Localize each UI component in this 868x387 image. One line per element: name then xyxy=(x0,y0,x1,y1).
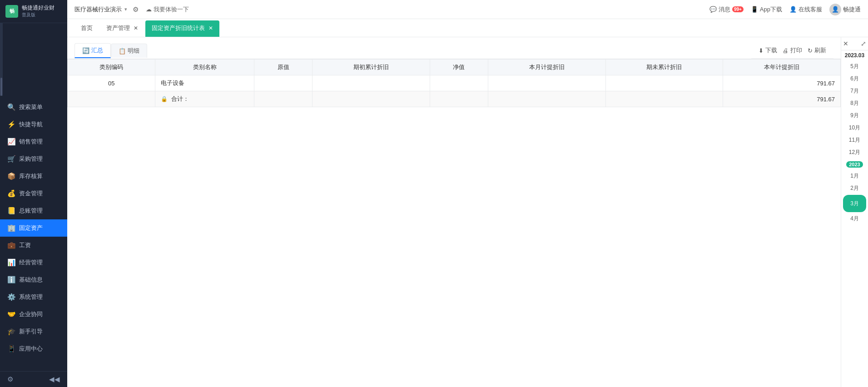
row-name: 电子设备 xyxy=(155,75,254,91)
sidebar-item-label: 系统管理 xyxy=(19,293,43,301)
row-monthly-dep xyxy=(488,75,605,91)
sidebar-item-guide[interactable]: 🎓 新手引导 xyxy=(0,323,67,340)
tab-depreciation[interactable]: 固定资产折旧统计表 ✕ xyxy=(145,20,219,37)
sidebar-item-quicknav[interactable]: ⚡ 快捷导航 xyxy=(0,116,67,133)
sidebar-item-funds[interactable]: 💰 资金管理 xyxy=(0,185,67,202)
col-net-value: 净值 xyxy=(430,60,488,75)
app-icon: 📱 xyxy=(751,6,758,13)
online-service-btn[interactable]: 👤 在线客服 xyxy=(789,5,822,14)
sidebar-item-label: 搜索菜单 xyxy=(19,103,43,111)
sidebar-item-payroll[interactable]: 💼 工资 xyxy=(0,237,67,254)
sidebar-item-label: 采购管理 xyxy=(19,155,43,163)
sidebar-item-label: 销售管理 xyxy=(19,138,43,146)
summary-row: 🔒 合计： 791.67 xyxy=(68,91,841,107)
settings-icon[interactable]: ⚙ xyxy=(7,375,13,383)
experience-btn[interactable]: ☁ 我要体验一下 xyxy=(146,5,189,14)
logo-name: 畅捷通好业财 xyxy=(22,5,55,12)
row-code: 05 xyxy=(68,75,155,91)
sidebar-item-system[interactable]: ⚙️ 系统管理 xyxy=(0,288,67,306)
tab-asset-mgmt[interactable]: 资产管理 ✕ xyxy=(100,20,144,37)
subtab-detail-label: 明细 xyxy=(128,47,139,55)
sum-annual-dep: 791.67 xyxy=(723,91,841,107)
tab-asset-close-icon[interactable]: ✕ xyxy=(134,25,138,31)
user-profile-btn[interactable]: 👤 畅捷通 xyxy=(829,4,861,15)
sidebar-item-ledger[interactable]: 📒 总账管理 xyxy=(0,202,67,219)
sidebar-item-label: 新手引导 xyxy=(19,327,43,336)
date-month-12[interactable]: 12月 xyxy=(841,146,868,159)
sidebar-item-basics[interactable]: ℹ️ 基础信息 xyxy=(0,271,67,288)
row-original xyxy=(254,75,312,91)
avatar: 👤 xyxy=(829,4,841,15)
sidebar-item-inventory[interactable]: 📦 库存核算 xyxy=(0,168,67,185)
print-btn[interactable]: 🖨 打印 xyxy=(783,46,802,55)
sidebar-item-search[interactable]: 🔍 搜索菜单 xyxy=(0,99,67,116)
sidebar-logo: 畅 畅捷通好业财 普及版 xyxy=(0,0,67,23)
company-selector[interactable]: 医疗器械行业演示 ▾ xyxy=(74,5,127,14)
ledger-icon: 📒 xyxy=(7,207,15,215)
logo-icon: 畅 xyxy=(5,5,18,18)
col-original: 原值 xyxy=(254,60,312,75)
experience-label: 我要体验一下 xyxy=(154,5,189,14)
date-month-10[interactable]: 10月 xyxy=(841,122,868,134)
tab-home[interactable]: 首页 xyxy=(74,20,99,37)
funds-icon: 💰 xyxy=(7,189,15,198)
tab-home-label: 首页 xyxy=(81,24,93,32)
col-name: 类别名称 xyxy=(155,60,254,75)
sidebar-item-sales[interactable]: 📈 销售管理 xyxy=(0,133,67,150)
inventory-icon: 📦 xyxy=(7,172,15,180)
system-icon: ⚙️ xyxy=(7,293,15,301)
col-annual-dep: 本年计提折旧 xyxy=(723,60,841,75)
selected-month-circle: 3月 xyxy=(848,197,861,210)
sidebar: 畅 畅捷通好业财 普及版 🔍 搜索菜单 ⚡ 快捷导航 📈 销售管理 🛒 采购管理… xyxy=(0,0,67,387)
sum-label-cell xyxy=(68,91,155,107)
panel-close-icon[interactable]: ✕ xyxy=(843,40,848,47)
date-month-4[interactable]: 4月 xyxy=(841,213,868,225)
sidebar-item-purchase[interactable]: 🛒 采购管理 xyxy=(0,150,67,168)
date-month-11[interactable]: 11月 xyxy=(841,134,868,146)
date-month-5[interactable]: 5月 xyxy=(841,60,868,73)
operations-icon: 📊 xyxy=(7,258,15,267)
tab-depreciation-close-icon[interactable]: ✕ xyxy=(208,25,213,31)
refresh-btn[interactable]: ↻ 刷新 xyxy=(808,46,826,55)
sidebar-item-operations[interactable]: 📊 经营管理 xyxy=(0,254,67,271)
sidebar-item-label: 企业协同 xyxy=(19,310,43,318)
date-month-6[interactable]: 6月 xyxy=(841,73,868,85)
sidebar-item-label: 总账管理 xyxy=(19,207,43,215)
sidebar-item-fixed[interactable]: 🏢 固定资产 xyxy=(0,219,67,237)
app-download-btn[interactable]: 📱 App下载 xyxy=(751,5,782,14)
purchase-icon: 🛒 xyxy=(7,155,15,163)
username: 畅捷通 xyxy=(843,5,861,14)
sales-icon: 📈 xyxy=(7,138,15,146)
date-month-9[interactable]: 9月 xyxy=(841,109,868,122)
date-month-3-selected[interactable]: 3月 xyxy=(843,195,866,212)
tab-asset-label: 资产管理 xyxy=(106,24,130,32)
date-list: 5月 6月 7月 8月 9月 10月 11月 12月 2023 1月 2月 3月… xyxy=(841,60,868,387)
date-month-1[interactable]: 1月 xyxy=(841,170,868,182)
date-month-8[interactable]: 8月 xyxy=(841,97,868,109)
refresh-label: 刷新 xyxy=(814,46,826,55)
topbar: 医疗器械行业演示 ▾ ⚙ ☁ 我要体验一下 💬 消息 99+ 📱 App下载 👤… xyxy=(67,0,868,19)
row-period-dep xyxy=(605,75,723,91)
subtab-summary[interactable]: 🔄 汇总 xyxy=(74,43,111,58)
sidebar-item-collab[interactable]: 🤝 企业协同 xyxy=(0,306,67,323)
download-label: 下载 xyxy=(765,46,777,55)
print-icon: 🖨 xyxy=(783,47,789,54)
collapse-icon[interactable]: ◀◀ xyxy=(49,375,60,383)
payroll-icon: 💼 xyxy=(7,241,15,249)
sidebar-item-label: 经营管理 xyxy=(19,258,43,267)
appcenter-icon: 📱 xyxy=(7,345,15,353)
date-year-2023[interactable]: 2023 xyxy=(841,159,868,170)
download-icon: ⬇ xyxy=(759,47,764,54)
fixed-icon: 🏢 xyxy=(7,224,15,232)
row-net-value xyxy=(430,75,488,91)
content-main: 🔄 汇总 📋 明细 ⬇ 下载 🖨 打印 xyxy=(67,37,841,387)
subtab-detail[interactable]: 📋 明细 xyxy=(111,44,147,58)
download-btn[interactable]: ⬇ 下载 xyxy=(759,46,777,55)
messages-btn[interactable]: 💬 消息 99+ xyxy=(709,5,744,14)
sidebar-item-appcenter[interactable]: 📱 应用中心 xyxy=(0,340,67,357)
sum-original xyxy=(254,91,312,107)
date-month-7[interactable]: 7月 xyxy=(841,85,868,97)
gear-icon[interactable]: ⚙ xyxy=(133,5,139,14)
panel-expand-icon[interactable]: ⤢ xyxy=(861,40,866,47)
date-month-2[interactable]: 2月 xyxy=(841,182,868,194)
